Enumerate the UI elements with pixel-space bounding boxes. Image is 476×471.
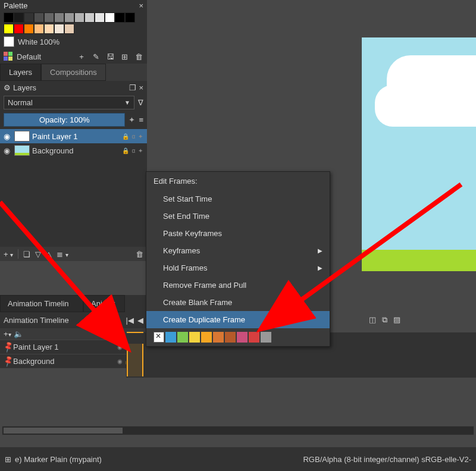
layer-thumbnail bbox=[14, 145, 30, 156]
chevron-down-icon: ▼ bbox=[124, 99, 130, 106]
palette-swatch[interactable] bbox=[84, 12, 95, 23]
palette-swatch[interactable] bbox=[125, 12, 135, 23]
menu-item-label: Hold Frames bbox=[163, 263, 207, 272]
palette-swatch[interactable] bbox=[34, 12, 44, 23]
scrollbar-thumb[interactable] bbox=[4, 428, 123, 434]
edit-icon[interactable]: ✎ bbox=[91, 52, 101, 61]
menu-item-label: Set Start Time bbox=[163, 194, 212, 203]
blend-mode-value: Normal bbox=[8, 98, 33, 107]
frame-color-swatch[interactable] bbox=[189, 332, 200, 343]
menu-item-label: Create Duplicate Frame bbox=[163, 315, 245, 324]
svg-rect-0 bbox=[4, 52, 8, 56]
frame-color-swatch[interactable] bbox=[213, 332, 224, 343]
svg-rect-1 bbox=[8, 52, 12, 56]
layer-row[interactable]: ◉Background🔒 α ✦ bbox=[0, 143, 147, 158]
svg-rect-2 bbox=[4, 56, 8, 61]
close-icon[interactable]: × bbox=[139, 1, 143, 10]
palette-color-row bbox=[0, 23, 147, 34]
palette-swatch[interactable] bbox=[64, 24, 74, 34]
palette-swatch[interactable] bbox=[14, 12, 24, 23]
canvas-cloud bbox=[375, 85, 476, 127]
menu-item-label: Keyframes bbox=[163, 246, 200, 255]
visibility-icon[interactable]: ◉ bbox=[4, 146, 12, 155]
menu-icon[interactable]: ≡ bbox=[139, 115, 143, 124]
add-icon[interactable]: + bbox=[77, 52, 86, 61]
palette-swatch[interactable] bbox=[44, 12, 54, 23]
palette-swatch[interactable] bbox=[95, 12, 105, 23]
menu-item-label: Paste Keyframes bbox=[163, 229, 222, 238]
palette-swatch[interactable] bbox=[24, 12, 34, 23]
frame-color-swatch[interactable] bbox=[165, 332, 176, 343]
layer-name-label: Background bbox=[32, 146, 120, 155]
menu-item-label: Create Blank Frame bbox=[163, 298, 232, 307]
horizontal-scrollbar[interactable] bbox=[2, 426, 474, 435]
palette-gray-row bbox=[0, 11, 147, 23]
opacity-value: 100% bbox=[70, 115, 89, 124]
frame-color-swatch[interactable] bbox=[225, 332, 236, 343]
brush-preset-icon[interactable]: ⊞ bbox=[5, 455, 11, 464]
palette-swatch[interactable] bbox=[105, 12, 115, 23]
layer-list: ◉Paint Layer 1🔒 α ✦◉Background🔒 α ✦ bbox=[0, 129, 147, 158]
palette-swatch[interactable] bbox=[34, 24, 44, 34]
palette-grid-icon[interactable] bbox=[4, 52, 13, 61]
delete-icon[interactable]: 🗑 bbox=[134, 52, 143, 61]
palette-swatch[interactable] bbox=[54, 12, 64, 23]
current-color-label: White 100% bbox=[18, 37, 60, 46]
svg-line-7 bbox=[268, 184, 461, 324]
menu-item-label: Set End Time bbox=[163, 212, 209, 221]
menu-item-label: Remove Frame and Pull bbox=[163, 281, 246, 290]
frame-color-swatch[interactable] bbox=[177, 332, 188, 343]
palette-title: Palette bbox=[4, 1, 139, 10]
brush-name-label: e) Marker Plain (mypaint) bbox=[15, 455, 102, 464]
opacity-label: Opacity: bbox=[39, 115, 68, 124]
frame-color-swatch[interactable] bbox=[237, 332, 248, 343]
float-icon[interactable]: ❐ bbox=[129, 83, 136, 92]
expand-icon[interactable]: ✦ bbox=[129, 115, 135, 124]
palette-swatch[interactable] bbox=[54, 24, 64, 34]
colorspace-label: RGB/Alpha (8-bit integer/channel) sRGB-e… bbox=[303, 455, 471, 464]
svg-line-5 bbox=[0, 202, 122, 342]
layer-name-label: Paint Layer 1 bbox=[32, 132, 120, 141]
layer-badges: 🔒 α ✦ bbox=[122, 147, 143, 154]
layers-docker-title: Layers bbox=[13, 83, 129, 92]
blend-mode-select[interactable]: Normal ▼ bbox=[4, 96, 134, 109]
palette-swatch[interactable] bbox=[24, 24, 34, 34]
palette-swatch[interactable] bbox=[44, 24, 54, 34]
layer-badges: 🔒 α ✦ bbox=[122, 133, 143, 140]
filter-icon[interactable]: ∇ bbox=[138, 98, 143, 107]
save-icon[interactable]: 🖫 bbox=[105, 52, 115, 61]
prev-frame-icon[interactable]: ◀ bbox=[137, 316, 143, 325]
close-icon[interactable]: × bbox=[139, 83, 143, 92]
layer-row[interactable]: ◉Paint Layer 1🔒 α ✦ bbox=[0, 129, 147, 143]
palette-swatch[interactable] bbox=[4, 24, 14, 34]
frame-color-none[interactable] bbox=[154, 332, 164, 343]
layer-thumbnail bbox=[14, 131, 30, 142]
status-bar: ⊞ e) Marker Plain (mypaint) RGB/Alpha (8… bbox=[0, 447, 476, 471]
palette-swatch[interactable] bbox=[74, 12, 84, 23]
palette-swatch[interactable] bbox=[14, 24, 24, 34]
visibility-icon[interactable]: ◉ bbox=[4, 132, 12, 141]
tab-layers[interactable]: Layers bbox=[0, 64, 41, 81]
opacity-slider[interactable]: Opacity: 100% bbox=[4, 113, 125, 127]
grid-view-icon[interactable]: ⊞ bbox=[120, 52, 129, 61]
palette-swatch[interactable] bbox=[115, 12, 125, 23]
svg-rect-3 bbox=[8, 56, 12, 61]
palette-swatch[interactable] bbox=[64, 12, 74, 23]
frame-color-swatch[interactable] bbox=[201, 332, 212, 343]
current-color-swatch[interactable] bbox=[4, 36, 14, 47]
palette-preset-name: Default bbox=[17, 52, 73, 61]
palette-swatch[interactable] bbox=[4, 12, 14, 23]
tab-compositions[interactable]: Compositions bbox=[41, 64, 106, 81]
gear-icon[interactable]: ⚙ bbox=[4, 83, 11, 92]
